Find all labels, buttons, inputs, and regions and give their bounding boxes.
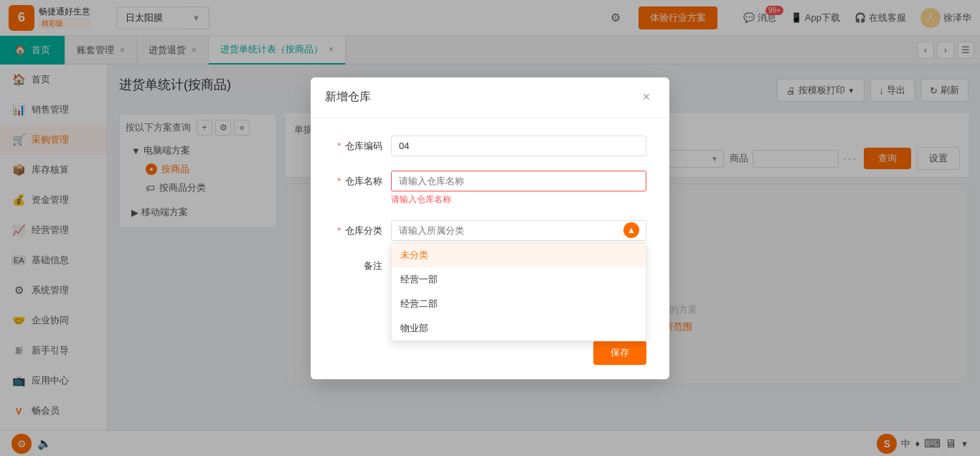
category-dropdown: 未分类 经营一部 经营二部 物业部 bbox=[391, 242, 646, 341]
category-input[interactable] bbox=[391, 220, 646, 241]
modal-title: 新增仓库 bbox=[325, 90, 371, 105]
name-input[interactable] bbox=[391, 171, 646, 191]
category-dropdown-arrow[interactable]: ▲ bbox=[623, 222, 639, 238]
modal-close-btn[interactable]: × bbox=[638, 89, 655, 106]
required-star-name: * bbox=[337, 176, 341, 186]
modal-body: * 仓库编码 * 仓库名称 请输入仓库名称 bbox=[311, 118, 669, 332]
dropdown-item-dept1[interactable]: 经营一部 bbox=[392, 267, 646, 292]
required-star-cat: * bbox=[337, 225, 341, 236]
dropdown-item-property[interactable]: 物业部 bbox=[392, 316, 646, 341]
warehouse-modal: 新增仓库 × * 仓库编码 * 仓库名称 bbox=[311, 77, 669, 379]
note-label: 备注 bbox=[334, 255, 391, 272]
dropdown-item-dept2[interactable]: 经营二部 bbox=[392, 292, 646, 316]
form-row-code: * 仓库编码 bbox=[334, 136, 646, 156]
code-input[interactable] bbox=[391, 136, 646, 156]
category-select-wrap: ▲ bbox=[391, 220, 646, 241]
save-button[interactable]: 保存 bbox=[593, 341, 646, 365]
name-error-msg: 请输入仓库名称 bbox=[391, 194, 646, 206]
name-label: * 仓库名称 bbox=[334, 171, 391, 188]
form-row-category: * 仓库分类 ▲ 未分类 经营一部 经营二部 物业部 bbox=[334, 220, 646, 241]
modal-header: 新增仓库 × bbox=[311, 77, 669, 118]
form-row-name: * 仓库名称 请输入仓库名称 bbox=[334, 171, 646, 206]
code-input-wrap bbox=[391, 136, 646, 156]
code-label: * 仓库编码 bbox=[334, 136, 391, 153]
modal-overlay: 新增仓库 × * 仓库编码 * 仓库名称 bbox=[0, 0, 980, 456]
required-star: * bbox=[337, 141, 341, 151]
category-label: * 仓库分类 bbox=[334, 220, 391, 237]
dropdown-item-uncategorized[interactable]: 未分类 bbox=[392, 243, 646, 267]
name-input-wrap: 请输入仓库名称 bbox=[391, 171, 646, 206]
category-input-wrap: ▲ 未分类 经营一部 经营二部 物业部 bbox=[391, 220, 646, 241]
